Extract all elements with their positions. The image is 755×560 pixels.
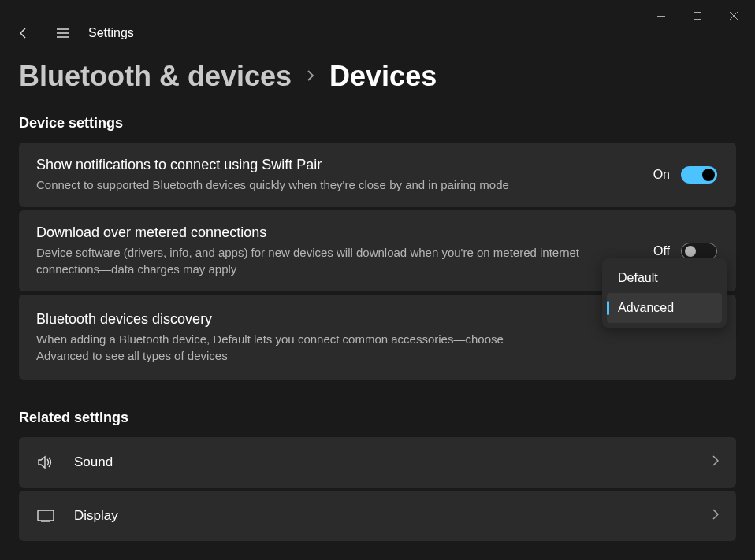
section-heading-device-settings: Device settings: [19, 115, 736, 132]
toggle-state-label: On: [653, 168, 670, 182]
minimize-button[interactable]: [643, 3, 679, 28]
dropdown-option-default[interactable]: Default: [607, 263, 722, 293]
breadcrumb-current: Devices: [329, 60, 437, 93]
breadcrumb: Bluetooth & devices Devices: [19, 60, 736, 93]
maximize-button[interactable]: [679, 3, 716, 28]
app-header: Settings: [0, 20, 755, 46]
app-title: Settings: [88, 26, 134, 40]
related-sound[interactable]: Sound: [19, 437, 736, 488]
setting-title: Download over metered connections: [36, 224, 641, 241]
setting-title: Bluetooth devices discovery: [36, 311, 556, 328]
section-heading-related: Related settings: [19, 410, 736, 426]
related-label: Display: [74, 508, 694, 524]
sound-icon: [36, 453, 55, 472]
back-button[interactable]: [9, 19, 38, 47]
related-label: Sound: [74, 454, 694, 470]
dropdown-option-advanced[interactable]: Advanced: [607, 293, 722, 323]
setting-description: When adding a Bluetooth device, Default …: [36, 331, 556, 364]
setting-discovery: Bluetooth devices discovery When adding …: [19, 295, 736, 380]
toggle-state-label: Off: [653, 244, 670, 258]
chevron-right-icon: [306, 66, 315, 87]
setting-swift-pair: Show notifications to connect using Swif…: [19, 143, 736, 207]
related-display[interactable]: Display: [19, 491, 736, 541]
setting-description: Device software (drivers, info, and apps…: [36, 244, 641, 277]
svg-rect-1: [694, 13, 701, 20]
svg-rect-0: [657, 16, 665, 17]
discovery-dropdown-flyout: Default Advanced: [602, 258, 727, 328]
breadcrumb-parent[interactable]: Bluetooth & devices: [19, 60, 292, 93]
svg-rect-2: [38, 510, 54, 521]
setting-title: Show notifications to connect using Swif…: [36, 157, 641, 173]
chevron-right-icon: [712, 455, 719, 469]
metered-toggle[interactable]: [681, 243, 717, 260]
setting-description: Connect to supported Bluetooth devices q…: [36, 176, 641, 193]
chevron-right-icon: [712, 509, 719, 523]
menu-button[interactable]: [49, 19, 77, 47]
close-button[interactable]: [716, 3, 752, 28]
display-icon: [36, 506, 55, 525]
swift-pair-toggle[interactable]: [681, 166, 717, 184]
